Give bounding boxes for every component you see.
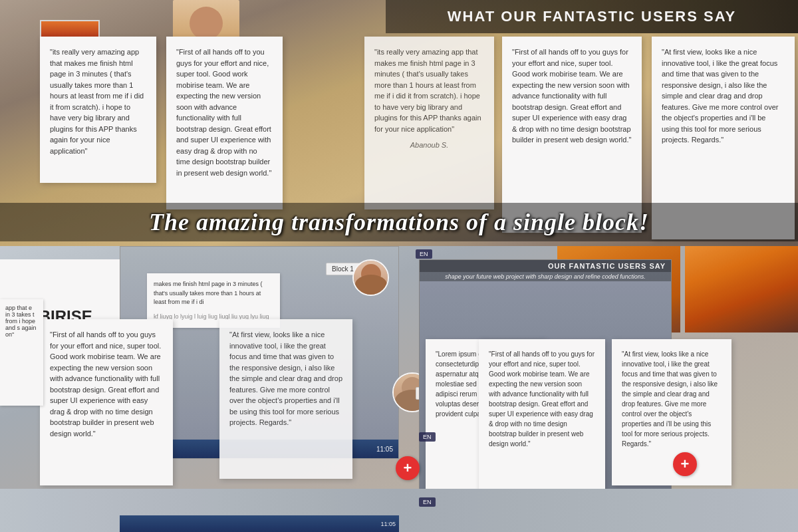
review-card-b2: "At first view, looks like a nice innova… bbox=[219, 319, 352, 479]
review-text-4: "First of all hands off to you guys for … bbox=[512, 48, 631, 144]
lang-badge-2: EN bbox=[419, 432, 436, 442]
review-text-2: "First of all hands off to you guys for … bbox=[176, 48, 271, 177]
review-text-bs1: "First of all hands off to you guys for … bbox=[489, 350, 595, 448]
taskbar-bottom-left: 11:05 bbox=[120, 515, 399, 532]
review-card-1: "its really very amazing app that makes … bbox=[40, 37, 156, 183]
bottom-screenshot-subheader: shape your future web project with sharp… bbox=[420, 272, 671, 281]
review-text-b2: "At first view, looks like a nice innova… bbox=[229, 331, 342, 426]
bottom-screenshot-header: OUR FANTASTIC USERS SAY bbox=[420, 260, 671, 272]
taskbar-time-mid: 11:05 bbox=[376, 446, 393, 453]
lang-badge-1: EN bbox=[416, 249, 432, 259]
review-text-b1: "First of all hands off to you guys for … bbox=[50, 331, 161, 438]
review-card-2: "First of all hands off to you guys for … bbox=[166, 37, 283, 209]
landscape-right-2 bbox=[685, 246, 798, 332]
bottom-strip: 11:05 bbox=[0, 489, 798, 532]
review-text-3: "its really very amazing app that makes … bbox=[374, 48, 481, 133]
center-title: The amazing transformations of a single … bbox=[0, 203, 798, 241]
avatar-1 bbox=[352, 259, 389, 296]
partial-card-left: app that e in 3 takes t from i hope and … bbox=[0, 299, 43, 406]
review-text-5: "At first view, looks like a nice innova… bbox=[662, 48, 778, 144]
review-text-1: "its really very amazing app that makes … bbox=[50, 48, 144, 155]
header-section: WHAT OUR FANTASTIC USERS SAY bbox=[386, 0, 798, 33]
plus-button-2[interactable]: + bbox=[673, 452, 697, 476]
review-card-b1: "First of all hands off to you guys for … bbox=[40, 319, 173, 485]
partial-card-text: app that e in 3 takes t from i hope and … bbox=[5, 305, 37, 338]
review-text-bs2: "At first view, looks like a nice innova… bbox=[622, 350, 718, 448]
review-card-3: "its really very amazing app that makes … bbox=[364, 37, 494, 209]
lang-badge-3: EN bbox=[419, 497, 436, 507]
center-overlay: The amazing transformations of a single … bbox=[0, 203, 798, 241]
review-card-bs1: "First of all hands off to you guys for … bbox=[479, 339, 605, 505]
taskbar-time-bottom: 11:05 bbox=[380, 521, 396, 527]
inner-card-text: makes me finish html page in 3 minutes (… bbox=[154, 280, 273, 307]
reviewer-name-3: Abanoub S. bbox=[374, 140, 484, 151]
review-card-bs2: "At first view, looks like a nice innova… bbox=[612, 339, 732, 485]
plus-button-1[interactable]: + bbox=[396, 456, 420, 480]
header-title: WHAT OUR FANTASTIC USERS SAY bbox=[448, 8, 737, 25]
